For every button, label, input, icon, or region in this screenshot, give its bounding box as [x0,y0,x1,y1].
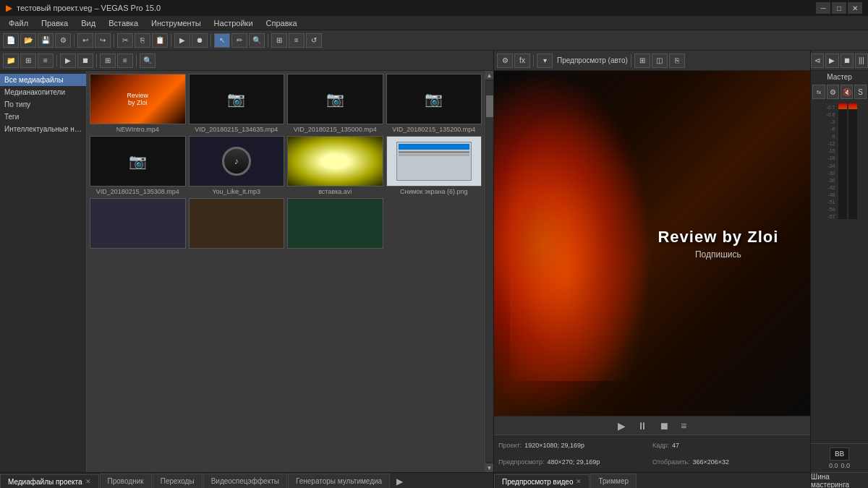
preview-grid-btn[interactable]: ⊞ [634,53,650,68]
save-button[interactable]: 💾 [38,33,54,48]
master-stop-btn[interactable]: ▶ [825,53,838,68]
info-display-val: 366×206×32 [693,458,730,466]
menu-view[interactable]: Вид [75,17,101,29]
media-toolbar-btn2[interactable]: ⊞ [20,53,36,68]
preview-play-btn[interactable]: ▶ [615,419,629,433]
scroll-track[interactable] [486,81,493,462]
master-settings-btn[interactable]: ⚙ [827,85,839,99]
media-thumb-2[interactable]: 📷 VID_20180215_134635.mp4 [189,74,285,133]
media-toolbar-btn3[interactable]: ≡ [38,53,54,68]
preview-title: Review by Zloi [658,228,778,247]
undo-button[interactable]: ↩ [77,33,93,48]
tree-item-smart[interactable]: Интеллектуальные нак... [0,123,86,135]
render-button[interactable]: ▶ [174,33,190,48]
tree-item-tags[interactable]: Теги [0,111,86,123]
copy-button[interactable]: ⎘ [135,33,150,48]
thumb-img-8 [386,136,482,187]
preview-settings-btn[interactable]: ⚙ [497,53,513,68]
open-button[interactable]: 📂 [20,33,36,48]
properties-button[interactable]: ⚙ [55,33,71,48]
scroll-thumb[interactable] [486,95,493,117]
media-thumb-11[interactable] [287,198,383,250]
tool-select[interactable]: ↖ [214,33,230,48]
media-thumb-6[interactable]: ♪ You_Like_It.mp3 [189,136,285,195]
media-thumb-4[interactable]: 📷 VID_20180215_135200.mp4 [386,74,482,133]
thumb-img-9 [90,198,186,249]
media-view-list[interactable]: ≡ [117,53,133,68]
master-mute-btn[interactable]: 🔇 [841,85,853,99]
tab-media[interactable]: Медиафайлы проекта ✕ [0,474,99,488]
master-rec-btn[interactable]: ⏹ [841,53,854,68]
media-thumb-5[interactable]: 📷 VID_20180215_135308.mp4 [90,136,186,195]
preview-btn3[interactable]: ⎘ [669,53,685,68]
preview-menu-btn[interactable]: ≡ [678,419,689,433]
tab-transitions[interactable]: Переходы [153,474,203,488]
tool-zoom[interactable]: 🔍 [249,33,265,48]
media-thumb-10[interactable] [189,198,285,250]
media-play-btn[interactable]: ▶ [60,53,76,68]
menu-help[interactable]: Справка [260,17,303,29]
cut-button[interactable]: ✂ [117,33,133,48]
tab-preview-video-close[interactable]: ✕ [576,478,582,485]
minimize-button[interactable]: ─ [816,2,830,14]
preview-pause-btn[interactable]: ⏸ [634,419,650,433]
thumb-img-4: 📷 [386,74,482,124]
media-search[interactable]: 🔍 [140,53,156,68]
tab-media-close[interactable]: ✕ [85,478,91,485]
loop-button[interactable]: ↺ [306,33,322,48]
thumb-label-3: VID_20180215_135000.mp4 [287,126,383,133]
tool-edit[interactable]: ✏ [231,33,247,48]
media-thumb-7[interactable]: вставка.avi [287,136,383,195]
menu-tools[interactable]: Инструменты [145,17,207,29]
preview-btn2[interactable]: ◫ [652,53,668,68]
scroll-down-arrow[interactable]: ▼ [485,463,494,472]
media-thumb-8[interactable]: Снимок экрана (6).png [386,136,482,195]
tree-item-all[interactable]: Все медиафайлы [0,74,86,86]
maximize-button[interactable]: □ [832,2,846,14]
menu-edit[interactable]: Правка [35,17,74,29]
ripple-button[interactable]: ≡ [289,33,305,48]
tab-effects[interactable]: Видеоспецэффекты [203,474,287,488]
media-thumb-1[interactable]: Reviewby Zloi NEWIntro.mp4 [90,74,186,133]
menu-settings[interactable]: Настройки [208,17,259,29]
thumb-img-3: 📷 [287,74,383,124]
media-view-toggle[interactable]: ⊞ [100,53,116,68]
tab-preview-video[interactable]: Предпросмотр видео ✕ [494,474,590,488]
preview-stop-btn[interactable]: ⏹ [656,419,672,433]
master-solo-btn[interactable]: S [854,85,867,99]
thumb-label-4: VID_20180215_135200.mp4 [386,126,482,133]
media-thumb-3[interactable]: 📷 VID_20180215_135000.mp4 [287,74,383,133]
master-panel: ⊲ ▶ ⏹ ||| Мастер fx ⚙ 🔇 S -0.7 -0.6 -3 -… [810,51,868,488]
master-play-btn[interactable]: ⊲ [811,53,824,68]
menu-file[interactable]: Файл [3,17,34,29]
tab-trimmer[interactable]: Триммер [590,474,637,488]
master-fx-btn[interactable]: fx [812,85,825,99]
tab-generators[interactable]: Генераторы мультимедиа [288,474,390,488]
preview-text-overlay: Review by Zloi Подпишись [658,228,778,260]
media-grid: Reviewby Zloi NEWIntro.mp4 📷 VID_2018021… [87,71,485,472]
preview-dropdown-btn[interactable]: ▾ [537,53,553,68]
tabs-more[interactable]: ▶ [392,475,407,488]
preview-panel: ⚙ fx ▾ Предпросмотр (авто) ⊞ ◫ ⎘ Review … [494,51,810,488]
tree-item-drives[interactable]: Медианакопители [0,86,86,98]
media-toolbar-btn1[interactable]: 📁 [3,53,19,68]
master-bus-tab[interactable]: Шина мастеринга [811,472,868,488]
media-scrollbar[interactable]: ▲ ▼ [485,71,493,472]
preview-controls: ▶ ⏸ ⏹ ≡ [494,416,810,435]
record-button[interactable]: ⏺ [192,33,208,48]
close-button[interactable]: ✕ [848,2,862,14]
title-bar-left: ▶ тестовый проект.veg – VEGAS Pro 15.0 [6,3,161,13]
snap-button[interactable]: ⊞ [271,33,287,48]
tab-browser[interactable]: Проводник [100,474,152,488]
media-thumb-9[interactable] [90,198,186,250]
redo-button[interactable]: ↪ [95,33,111,48]
preview-fx-btn[interactable]: fx [514,53,530,68]
new-project-button[interactable]: 📄 [3,33,19,48]
master-levels-btn[interactable]: ||| [855,53,868,68]
media-stop-btn[interactable]: ⏹ [77,53,93,68]
paste-button[interactable]: 📋 [152,33,168,48]
tree-item-type[interactable]: По типу [0,98,86,111]
menu-insert[interactable]: Вставка [103,17,144,29]
scroll-up-arrow[interactable]: ▲ [485,71,494,80]
thumb-label-1: NEWIntro.mp4 [90,126,186,133]
